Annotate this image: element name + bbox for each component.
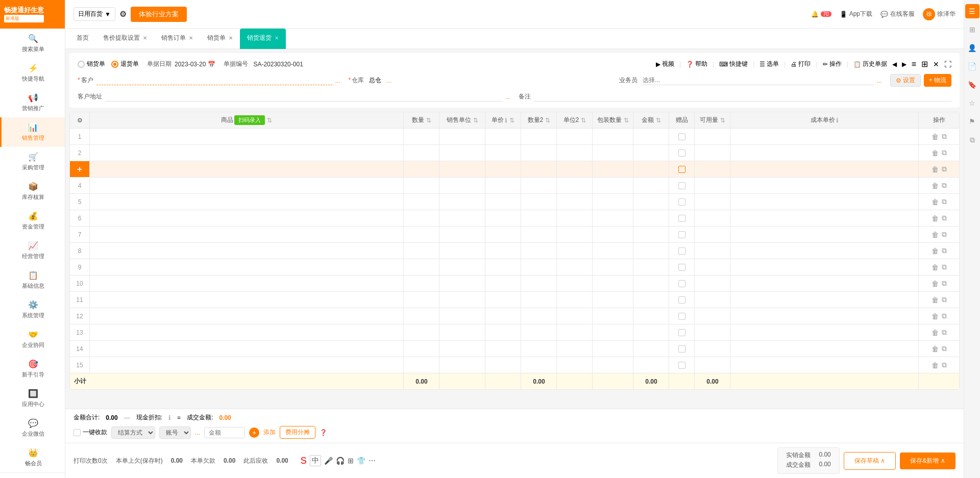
view-list-btn[interactable]: ≡ <box>912 60 916 69</box>
sidebar-item-库存核算[interactable]: 📦库存核算 <box>0 177 65 206</box>
row-cost-cell[interactable] <box>730 357 919 373</box>
row-price-cell[interactable] <box>485 259 521 275</box>
row-avail-cell[interactable] <box>695 243 730 259</box>
row-product-cell[interactable] <box>90 145 404 161</box>
row-product-cell[interactable] <box>90 275 404 292</box>
video-btn[interactable]: ▶ 视频 <box>656 60 674 68</box>
row-unit-cell[interactable] <box>439 129 485 145</box>
row-amount-cell[interactable] <box>633 308 669 324</box>
next-btn[interactable]: ▶ <box>902 61 906 68</box>
tab-4[interactable]: 销货退货✕ <box>240 29 286 49</box>
row-unit-cell[interactable] <box>439 145 485 161</box>
calendar-icon[interactable]: 📅 <box>208 61 215 68</box>
gift-checkbox-13[interactable] <box>678 329 685 336</box>
row-qty-cell[interactable] <box>404 275 439 292</box>
qty-sort-icon[interactable]: ⇅ <box>426 117 431 124</box>
tab-0[interactable]: 首页 <box>69 29 96 49</box>
row-product-cell[interactable] <box>90 243 404 259</box>
row-avail-cell[interactable] <box>695 341 730 357</box>
row-unit-cell[interactable] <box>439 227 485 243</box>
product-sort-icon[interactable]: ⇅ <box>267 117 272 124</box>
gift-checkbox-6[interactable] <box>678 215 685 222</box>
row-qty-cell[interactable] <box>404 341 439 357</box>
row-qty-cell[interactable] <box>404 308 439 324</box>
row-copy-btn-5[interactable]: ⧉ <box>942 197 947 206</box>
row-cost-cell[interactable] <box>730 227 919 243</box>
row-avail-cell[interactable] <box>695 194 730 210</box>
radio-return[interactable]: 退货单 <box>111 60 139 68</box>
gift-checkbox-1[interactable] <box>678 133 685 140</box>
file-icon[interactable]: 📄 <box>965 59 979 73</box>
row-price-cell[interactable] <box>485 292 521 308</box>
row-qty-cell[interactable] <box>404 194 439 210</box>
row-unit-cell[interactable] <box>439 357 485 373</box>
tab-1[interactable]: 售价提取设置✕ <box>96 29 154 49</box>
row-pkgqty-cell[interactable] <box>593 324 633 341</box>
gift-checkbox-5[interactable] <box>678 198 685 206</box>
account-select[interactable]: 账号 <box>159 426 191 439</box>
row-avail-cell[interactable] <box>695 324 730 341</box>
address-input[interactable] <box>105 92 502 102</box>
row-qty-cell[interactable] <box>404 324 439 341</box>
fee-split-btn[interactable]: 费用分摊 <box>280 426 315 439</box>
row-price-cell[interactable] <box>485 210 521 227</box>
row-cost-cell[interactable] <box>730 259 919 275</box>
row-product-cell[interactable] <box>90 194 404 210</box>
radio-sale[interactable]: 销货单 <box>78 60 105 68</box>
sidebar-item-经营管理[interactable]: 📈经营管理 <box>0 236 65 265</box>
row-product-cell[interactable] <box>90 324 404 341</box>
row-delete-btn-9[interactable]: 🗑 <box>932 263 939 271</box>
customer-more-icon[interactable]: ... <box>335 77 340 84</box>
row-qty2-cell[interactable] <box>521 259 557 275</box>
row-cost-cell[interactable] <box>730 210 919 227</box>
list-icon[interactable]: ☰ <box>965 4 979 18</box>
sidebar-item-基础信息[interactable]: 📋基础信息 <box>0 265 65 295</box>
account-more-icon[interactable]: ... <box>195 429 200 436</box>
row-unit2-cell[interactable] <box>557 161 593 178</box>
row-delete-btn-4[interactable]: 🗑 <box>932 182 939 190</box>
view-grid-btn[interactable]: ⊞ <box>921 59 928 69</box>
sidebar-item-资金管理[interactable]: 💰资金管理 <box>0 206 65 236</box>
row-delete-btn-11[interactable]: 🗑 <box>932 296 939 304</box>
add-payment-btn[interactable]: + <box>249 427 259 438</box>
row-qty2-cell[interactable] <box>521 210 557 227</box>
row-pkgqty-cell[interactable] <box>593 341 633 357</box>
row-delete-btn-6[interactable]: 🗑 <box>932 214 939 222</box>
row-qty2-cell[interactable] <box>521 227 557 243</box>
row-price-cell[interactable] <box>485 308 521 324</box>
row-pkgqty-cell[interactable] <box>593 178 633 194</box>
row-pkgqty-cell[interactable] <box>593 275 633 292</box>
row-qty-cell[interactable] <box>404 357 439 373</box>
user-icon[interactable]: 👤 <box>965 41 979 55</box>
row-qty2-cell[interactable] <box>521 178 557 194</box>
gift-checkbox-3[interactable] <box>678 166 685 173</box>
row-copy-btn-2[interactable]: ⧉ <box>942 148 947 157</box>
row-price-cell[interactable] <box>485 194 521 210</box>
row-qty-cell[interactable] <box>404 178 439 194</box>
row-pkgqty-cell[interactable] <box>593 357 633 373</box>
row-copy-btn-7[interactable]: ⧉ <box>942 230 947 239</box>
tab-3[interactable]: 销货单✕ <box>200 29 240 49</box>
row-unit-cell[interactable] <box>439 292 485 308</box>
row-pkgqty-cell[interactable] <box>593 161 633 178</box>
row-product-cell[interactable] <box>90 341 404 357</box>
row-unit-cell[interactable] <box>439 178 485 194</box>
print-btn[interactable]: 🖨 打印 <box>791 60 811 68</box>
notification-btn[interactable]: 🔔 70 <box>811 11 831 18</box>
unit2-sort-icon[interactable]: ⇅ <box>581 117 586 124</box>
row-qty2-cell[interactable] <box>521 357 557 373</box>
row-unit2-cell[interactable] <box>557 227 593 243</box>
row-qty2-cell[interactable] <box>521 308 557 324</box>
row-unit2-cell[interactable] <box>557 308 593 324</box>
row-avail-cell[interactable] <box>695 161 730 178</box>
tab-close-3[interactable]: ✕ <box>229 35 233 41</box>
salesman-input[interactable] <box>641 76 874 85</box>
sidebar-item-采购管理[interactable]: 🛒采购管理 <box>0 147 65 177</box>
row-delete-btn-15[interactable]: 🗑 <box>932 361 939 369</box>
save-new-btn[interactable]: 保存&新增 ∧ <box>900 452 955 469</box>
row-qty-cell[interactable] <box>404 292 439 308</box>
row-qty-cell[interactable] <box>404 210 439 227</box>
row-product-cell[interactable] <box>90 210 404 227</box>
row-cost-cell[interactable] <box>730 324 919 341</box>
row-price-cell[interactable] <box>485 145 521 161</box>
